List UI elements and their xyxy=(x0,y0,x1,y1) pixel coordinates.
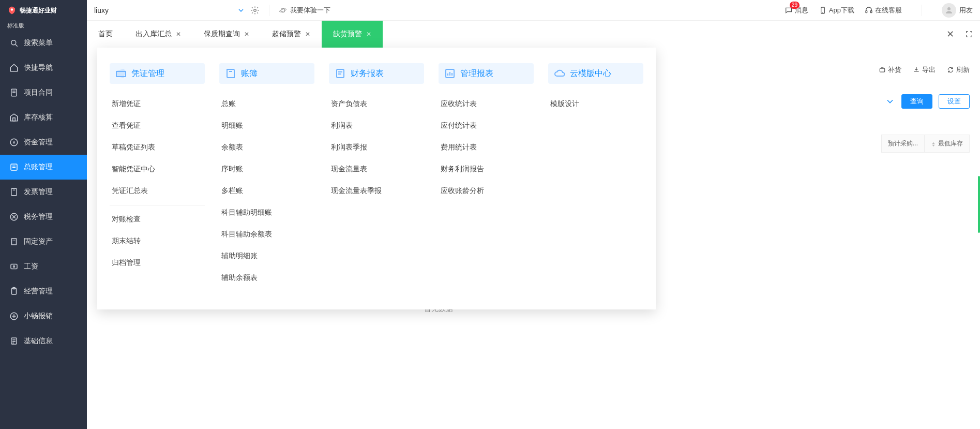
user-name: 用友 xyxy=(959,6,973,15)
close-icon[interactable]: ✕ xyxy=(176,31,181,38)
user-menu[interactable]: 用友 xyxy=(942,3,973,18)
mega-item[interactable]: 科目辅助明细账 xyxy=(219,202,314,224)
settings-button[interactable]: 设置 xyxy=(939,94,970,109)
tab-inout-summary[interactable]: 出入库汇总 ✕ xyxy=(124,21,192,48)
sidebar-item-label: 税务管理 xyxy=(24,212,53,221)
mega-item[interactable]: 辅助余额表 xyxy=(219,267,314,289)
refresh-button[interactable]: 刷新 xyxy=(947,65,970,75)
mega-head-label: 财务报表 xyxy=(351,68,384,79)
sidebar-item-general-ledger[interactable]: 总账管理 xyxy=(0,155,87,180)
sidebar-item-search-menu[interactable]: 搜索菜单 xyxy=(0,31,87,55)
document-icon xyxy=(9,88,19,97)
side-handle[interactable] xyxy=(978,176,980,233)
close-icon[interactable]: ✕ xyxy=(305,31,310,38)
mega-item[interactable]: 凭证汇总表 xyxy=(110,180,205,202)
mega-item[interactable]: 总账 xyxy=(219,93,314,115)
restock-label: 补货 xyxy=(888,65,901,75)
tab-shortage[interactable]: 缺货预警 ✕ xyxy=(322,21,383,48)
sidebar-item-project-contract[interactable]: 项目合同 xyxy=(0,80,87,105)
mega-head-label: 凭证管理 xyxy=(131,68,164,79)
search-button[interactable]: 查询 xyxy=(901,94,932,109)
fullscreen-icon[interactable] xyxy=(964,29,974,39)
svg-rect-18 xyxy=(11,264,17,269)
export-button[interactable]: 导出 xyxy=(913,65,936,75)
close-icon[interactable]: ✕ xyxy=(366,31,371,38)
column-header-min-stock[interactable]: 最低库存 xyxy=(924,135,970,153)
close-all-tabs-icon[interactable]: ✕ xyxy=(942,26,958,42)
sidebar-item-tax[interactable]: 税务管理 xyxy=(0,204,87,229)
mega-item[interactable]: 对账检查 xyxy=(110,209,205,230)
mega-item[interactable]: 归档管理 xyxy=(110,252,205,274)
mega-item[interactable]: 模版设计 xyxy=(548,93,643,115)
sidebar-item-label: 快捷导航 xyxy=(24,63,53,72)
try-experience[interactable]: 我要体验一下 xyxy=(279,6,330,15)
customer-service-button[interactable]: 在线客服 xyxy=(865,6,902,15)
report-icon xyxy=(334,67,346,80)
header: liuxy 我要体验一下 29 消息 App下载 在线客服 用友 xyxy=(87,0,980,21)
mega-menu: 凭证管理 新增凭证 查看凭证 草稿凭证列表 智能凭证中心 凭证汇总表 对账检查 … xyxy=(97,48,656,309)
mega-item[interactable]: 期末结转 xyxy=(110,230,205,252)
tab-label: 超储预警 xyxy=(272,29,301,39)
tax-icon xyxy=(9,212,19,221)
app-download-button[interactable]: App下载 xyxy=(819,6,854,15)
version-tag: 标准版 xyxy=(0,21,87,31)
mega-item[interactable]: 辅助明细账 xyxy=(219,245,314,267)
filter-chevron-down-icon[interactable] xyxy=(885,96,895,107)
mega-item[interactable]: 应收统计表 xyxy=(439,93,534,115)
mega-head-financial: 财务报表 xyxy=(329,63,424,84)
svg-marker-36 xyxy=(932,142,935,143)
ledger-icon xyxy=(9,162,19,172)
sidebar-item-label: 搜索菜单 xyxy=(24,38,53,48)
mega-item[interactable]: 明细账 xyxy=(219,115,314,137)
messages-button[interactable]: 29 消息 xyxy=(785,6,808,15)
mega-item[interactable]: 序时账 xyxy=(219,158,314,180)
chevron-down-icon[interactable] xyxy=(237,6,245,14)
mega-item[interactable]: 草稿凭证列表 xyxy=(110,137,205,158)
sidebar-item-funds[interactable]: ¥ 资金管理 xyxy=(0,130,87,155)
list-icon xyxy=(9,336,19,346)
mega-item[interactable]: 资产负债表 xyxy=(329,93,424,115)
mega-col-management-reports: 管理报表 应收统计表 应付统计表 费用统计表 财务利润报告 应收账龄分析 xyxy=(431,63,541,289)
gear-icon[interactable] xyxy=(250,6,260,15)
mega-item[interactable]: 现金流量表季报 xyxy=(329,180,424,202)
table-header-fragment: 预计采购... 最低库存 xyxy=(881,135,970,153)
salary-icon xyxy=(9,262,19,271)
svg-rect-33 xyxy=(870,10,872,12)
app-download-label: App下载 xyxy=(829,6,854,15)
sort-icon[interactable] xyxy=(931,142,935,146)
mega-item[interactable]: 应收账龄分析 xyxy=(439,180,534,202)
mega-item[interactable]: 现金流量表 xyxy=(329,158,424,180)
sidebar-item-inventory[interactable]: 库存核算 xyxy=(0,105,87,130)
mega-item[interactable]: 余额表 xyxy=(219,137,314,158)
restock-button[interactable]: 补货 xyxy=(879,65,901,75)
mega-item[interactable]: 智能凭证中心 xyxy=(110,158,205,180)
sidebar-item-fixed-assets[interactable]: 固定资产 xyxy=(0,229,87,254)
mega-item[interactable]: 财务利润报告 xyxy=(439,158,534,180)
home-icon xyxy=(9,63,19,72)
mega-item[interactable]: 利润表 xyxy=(329,115,424,137)
svg-marker-37 xyxy=(932,144,935,146)
tab-shelf-life[interactable]: 保质期查询 ✕ xyxy=(192,21,261,48)
mega-item[interactable]: 应付统计表 xyxy=(439,115,534,137)
sidebar-item-quick-nav[interactable]: 快捷导航 xyxy=(0,55,87,80)
tab-home[interactable]: 首页 xyxy=(87,21,124,48)
sidebar-item-salary[interactable]: 工资 xyxy=(0,254,87,279)
mega-item[interactable]: 多栏账 xyxy=(219,180,314,202)
column-header-expected-purchase[interactable]: 预计采购... xyxy=(881,135,924,153)
mega-item[interactable]: 费用统计表 xyxy=(439,137,534,158)
mega-col-ledger: 账簿 总账 明细账 余额表 序时账 多栏账 科目辅助明细账 科目辅助余额表 辅助… xyxy=(212,63,322,289)
mega-item[interactable]: 科目辅助余额表 xyxy=(219,224,314,245)
tenant-selector[interactable]: liuxy xyxy=(94,0,260,21)
tab-label: 首页 xyxy=(98,29,113,39)
sidebar-item-invoice[interactable]: 发票管理 xyxy=(0,180,87,204)
svg-rect-35 xyxy=(880,68,884,72)
sidebar-item-operation[interactable]: 经营管理 xyxy=(0,279,87,304)
tab-overstock[interactable]: 超储预警 ✕ xyxy=(261,21,322,48)
sidebar-item-expense[interactable]: 小畅报销 xyxy=(0,304,87,329)
close-icon[interactable]: ✕ xyxy=(244,31,249,38)
mega-item[interactable]: 查看凭证 xyxy=(110,115,205,137)
tenant-name: liuxy xyxy=(94,6,232,14)
mega-item[interactable]: 利润表季报 xyxy=(329,137,424,158)
mega-item[interactable]: 新增凭证 xyxy=(110,93,205,115)
sidebar-item-basic-info[interactable]: 基础信息 xyxy=(0,329,87,353)
